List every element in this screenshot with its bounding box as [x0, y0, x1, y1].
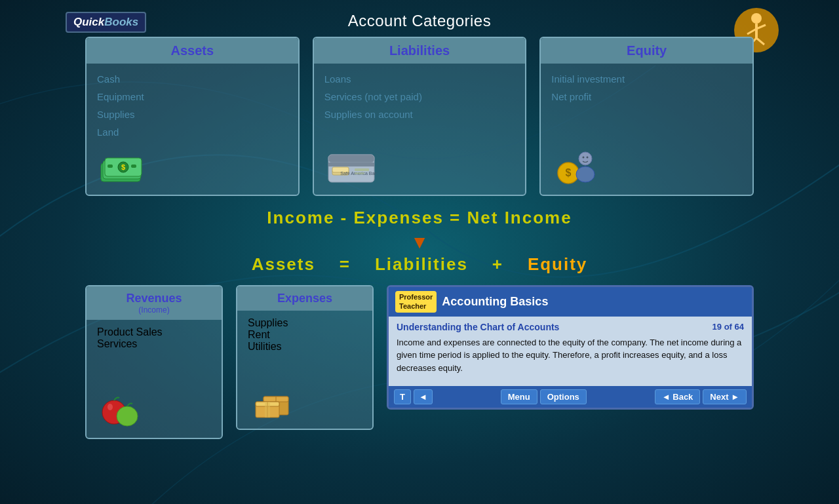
expenses-item-3: Utilities: [248, 341, 362, 353]
svg-rect-12: [107, 165, 113, 168]
assets-icon: $: [100, 151, 142, 187]
formula-income-row: Income - Expenses = Net Income: [85, 208, 754, 228]
liabilities-card: Liabilities Loans Services (not yet paid…: [313, 37, 527, 196]
expenses-item-2: Rent: [248, 329, 362, 341]
assets-title: Assets: [171, 43, 214, 58]
quickbooks-logo: QuickBooks: [66, 12, 146, 33]
equity-icon: $: [554, 148, 600, 187]
revenues-card: Revenues (Income) Product Sales Services: [85, 285, 223, 439]
svg-text:$: $: [121, 163, 125, 171]
professor-description: Income and expenses are connected to the…: [397, 336, 744, 375]
liabilities-title: Liabilities: [389, 43, 450, 58]
assets-item-4: Land: [97, 123, 288, 141]
back-button[interactable]: ◄ Back: [655, 389, 701, 404]
svg-point-27: [587, 157, 589, 159]
expenses-card: Expenses Supplies Rent Utilities: [236, 285, 374, 430]
formula-arrow-row: ▼: [85, 233, 754, 252]
header: QuickBooks Account Categories: [0, 0, 839, 37]
svg-rect-15: [328, 155, 374, 163]
svg-rect-20: [355, 168, 369, 171]
svg-point-25: [576, 166, 595, 182]
equity-card-header: Equity: [541, 38, 752, 64]
liabilities-item-1: Loans: [324, 70, 515, 88]
liabilities-icon: Safe America Bank: [327, 151, 376, 187]
assets-card-header: Assets: [87, 38, 298, 64]
svg-rect-16: [328, 163, 374, 166]
formula-income-text: Income - Expenses = Net Income: [267, 208, 572, 227]
professor-controls-bar: T ◄ Menu Options ◄ Back Next ►: [389, 386, 752, 408]
revenues-title: Revenues: [92, 292, 216, 305]
formula-liabilities-word: Liabilities: [375, 254, 468, 274]
svg-point-26: [583, 157, 585, 159]
svg-point-30: [107, 404, 113, 410]
formula-assets-word: Assets: [252, 254, 315, 274]
options-button[interactable]: Options: [540, 389, 587, 404]
assets-card-body: Cash Equipment Supplies Land $: [87, 64, 298, 195]
next-button[interactable]: Next ►: [703, 389, 747, 404]
assets-item-1: Cash: [97, 70, 288, 88]
revenues-sub-label: (Income): [92, 305, 216, 315]
revenues-icon: [100, 391, 142, 430]
formula-equity-word: Equity: [528, 254, 587, 274]
page-title: Account Categories: [348, 12, 491, 30]
revenues-item-2: Services: [97, 338, 211, 350]
svg-point-1: [751, 13, 762, 24]
liabilities-card-body: Loans Services (not yet paid) Supplies o…: [314, 64, 526, 195]
assets-item-3: Supplies: [97, 106, 288, 123]
liabilities-item-3: Supplies on account: [324, 106, 515, 123]
svg-point-24: [579, 152, 592, 165]
expenses-icon: [250, 382, 293, 421]
formula-plus-sign: +: [492, 254, 503, 274]
menu-button[interactable]: Menu: [501, 389, 537, 404]
professor-panel: Professor Teacher Accounting Basics Unde…: [387, 285, 754, 410]
prof-logo-line2: Teacher: [399, 301, 433, 311]
professor-panel-body: Understanding the Chart of Accounts 19 o…: [389, 317, 752, 387]
professor-panel-title: Accounting Basics: [442, 295, 548, 309]
formula-equity-row: Assets = Liabilities + Equity: [85, 254, 754, 275]
equity-card: Equity Initial investment Net profit $: [539, 37, 754, 196]
formula-arrow-icon: ▼: [410, 232, 429, 252]
logo-books: Books: [104, 16, 138, 28]
svg-point-29: [117, 406, 138, 426]
professor-subtitle-row: Understanding the Chart of Accounts 19 o…: [397, 322, 744, 332]
svg-rect-21: [355, 172, 364, 174]
logo-quick: Quick: [73, 16, 104, 28]
revenues-card-body: Product Sales Services: [87, 320, 222, 438]
professor-teacher-logo: Professor Teacher: [395, 291, 437, 313]
assets-card: Assets Cash Equipment Supplies Land $: [85, 37, 300, 196]
assets-item-2: Equipment: [97, 88, 288, 106]
main-content: Assets Cash Equipment Supplies Land $: [0, 37, 839, 439]
equity-title: Equity: [627, 43, 667, 58]
svg-rect-13: [131, 165, 136, 168]
prof-logo-line1: Professor: [399, 292, 433, 301]
equity-item-2: Net profit: [551, 88, 742, 106]
liabilities-card-header: Liabilities: [314, 38, 526, 64]
svg-rect-37: [265, 402, 270, 417]
expenses-card-body: Supplies Rent Utilities: [237, 311, 372, 429]
professor-page-count: 19 of 64: [712, 322, 744, 332]
expenses-card-header: Expenses: [237, 286, 372, 311]
expenses-item-1: Supplies: [248, 317, 362, 329]
svg-text:$: $: [566, 167, 572, 178]
expenses-title: Expenses: [243, 292, 367, 305]
liabilities-item-2: Services (not yet paid): [324, 88, 515, 106]
revenues-card-header: Revenues (Income): [87, 286, 222, 320]
sound-button[interactable]: ◄: [414, 389, 433, 404]
top-cards-row: Assets Cash Equipment Supplies Land $: [85, 37, 754, 196]
formula-eq-sign: =: [340, 254, 351, 274]
t-button[interactable]: T: [394, 389, 411, 404]
professor-panel-header: Professor Teacher Accounting Basics: [389, 287, 752, 317]
equity-item-1: Initial investment: [551, 70, 742, 88]
bottom-row: Revenues (Income) Product Sales Services: [85, 285, 754, 439]
revenues-item-1: Product Sales: [97, 326, 211, 338]
equity-card-body: Initial investment Net profit $: [541, 64, 752, 195]
professor-subtitle: Understanding the Chart of Accounts: [397, 322, 559, 332]
